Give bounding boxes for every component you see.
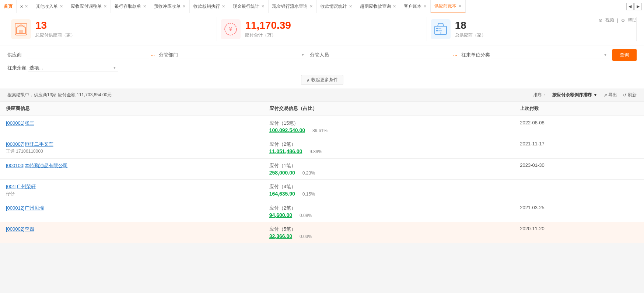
- close-icon[interactable]: ✕: [25, 4, 28, 9]
- nav-tab-home[interactable]: 首页: [0, 0, 17, 13]
- nav-tab-supplier-book[interactable]: 供应商账本 ✕: [431, 0, 466, 13]
- supplier-input[interactable]: [27, 51, 149, 59]
- payable-info-cell: 应付（15笔）100,092,540.0089.61%: [263, 116, 514, 137]
- close-icon[interactable]: ✕: [60, 4, 63, 9]
- collapse-button[interactable]: ∧ 收起更多条件: [301, 75, 343, 85]
- supplier-info-cell: [000012]广州贝瑞: [0, 201, 263, 222]
- supplier-link[interactable]: [000100]本特勤油品有限公司: [6, 163, 68, 168]
- nav-tab-cash-bank-flow[interactable]: 现金银行流水查询 ✕: [269, 0, 317, 13]
- close-icon[interactable]: ✕: [349, 4, 352, 9]
- supplier-link[interactable]: [000002]李四: [6, 226, 34, 232]
- nav-tab-overdue-ar[interactable]: 超期应收款查询 ✕: [356, 0, 400, 13]
- supplier-info-cell: [000002]李四: [0, 222, 263, 243]
- close-icon[interactable]: ✕: [261, 4, 265, 9]
- supplier-info-cell: [000007]恒旺二手叉车王通 17106110000: [0, 137, 263, 159]
- nav-tab-prepaid-ar[interactable]: 预收冲应收单 ✕: [150, 0, 190, 13]
- payable-count: 应付（4笔）: [269, 183, 508, 190]
- nav-tab-cash-bank-stat[interactable]: 现金银行统计 ✕: [229, 0, 269, 13]
- filter-bar: 供应商 ··· 分管部门 ▼ 分管人员 ··· 往来单位分类: [0, 45, 644, 89]
- balance-select[interactable]: 选项...: [28, 64, 118, 72]
- nav-tab-other-income[interactable]: 其他收入单 ✕: [32, 0, 67, 13]
- stat-payable-suppliers: 13 总应付供应商（家）: [7, 17, 217, 41]
- department-select[interactable]: [179, 51, 307, 59]
- svg-rect-6: [436, 30, 438, 31]
- nav-tab-3[interactable]: 3 ✕: [17, 0, 32, 13]
- supplier-info-cell: [000001]张三: [0, 116, 263, 137]
- category-select[interactable]: [491, 51, 609, 59]
- col-supplier-info: 供应商信息: [0, 101, 263, 116]
- nav-tab-bank-deposit[interactable]: 银行存取款单 ✕: [111, 0, 150, 13]
- table-row: [000100]本特勤油品有限公司应付（1笔）258,000.000.23%20…: [0, 159, 644, 180]
- svg-rect-5: [436, 28, 438, 29]
- video-link[interactable]: 视频: [605, 17, 614, 23]
- table-row: [000012]广州贝瑞应付（2笔）94,600.000.08%2021-03-…: [0, 201, 644, 222]
- supplier-link[interactable]: [001]广州荣轩: [6, 184, 36, 189]
- payable-amount[interactable]: 164,635.90: [269, 191, 295, 197]
- supplier-sub-info: 王通 17106110000: [6, 148, 258, 155]
- payable-count: 应付（2笔）: [269, 205, 508, 211]
- filter-manager: 分管人员 ···: [310, 51, 458, 59]
- supplier-link[interactable]: [000001]张三: [6, 120, 34, 126]
- help-icon: ⊙: [621, 18, 625, 23]
- table-row: [000001]张三应付（15笔）100,092,540.0089.61%202…: [0, 116, 644, 137]
- nav-tab-receipt-verify[interactable]: 收款核销执行 ✕: [190, 0, 229, 13]
- filter-balance: 往来余额 选项... ▼: [7, 64, 118, 72]
- supplier-link[interactable]: [000007]恒旺二手叉车: [6, 141, 53, 147]
- supplier-dots-icon[interactable]: ···: [151, 52, 155, 58]
- search-button[interactable]: 查询: [612, 49, 637, 61]
- payable-info-cell: 应付（2笔）11,051,486.009.89%: [263, 137, 514, 159]
- svg-rect-9: [440, 32, 441, 34]
- sort-value[interactable]: 按应付余额倒序排序 ▼: [552, 92, 598, 98]
- sort-label: 排序：: [533, 92, 546, 98]
- payable-amount[interactable]: 94,600.00: [269, 212, 292, 218]
- manager-dots-icon[interactable]: ···: [453, 52, 458, 58]
- balance-label: 往来余额: [7, 65, 27, 71]
- close-icon[interactable]: ✕: [143, 4, 146, 9]
- nav-scroll-arrows: ◀ ▶: [624, 3, 644, 10]
- payable-info-cell: 应付（2笔）94,600.000.08%: [263, 201, 514, 222]
- last-payment-date: 2023-01-30: [514, 159, 644, 180]
- filter-supplier: 供应商 ···: [7, 51, 155, 59]
- svg-rect-7: [438, 28, 441, 29]
- export-button[interactable]: ↗ 导出: [603, 92, 617, 98]
- payable-amount[interactable]: 100,092,540.00: [269, 127, 305, 133]
- nav-scroll-right[interactable]: ▶: [634, 3, 642, 10]
- close-icon[interactable]: ✕: [458, 4, 462, 8]
- payable-count: 应付（5笔）: [269, 226, 508, 232]
- svg-text:¥: ¥: [229, 26, 232, 32]
- close-icon[interactable]: ✕: [309, 4, 313, 9]
- nav-tab-customer-book[interactable]: 客户账本 ✕: [400, 0, 431, 13]
- manager-label: 分管人员: [310, 52, 329, 58]
- close-icon[interactable]: ✕: [393, 4, 396, 9]
- chevron-up-icon: ∧: [307, 77, 310, 83]
- stat-label-payable-suppliers: 总应付供应商（家）: [35, 32, 75, 38]
- payable-amount[interactable]: 11,051,486.00: [269, 148, 302, 154]
- nav-tab-ar-ap-adjust[interactable]: 应收应付调整单 ✕: [67, 0, 111, 13]
- close-icon[interactable]: ✕: [423, 4, 427, 9]
- filter-category: 往来单位分类 ▼: [461, 51, 609, 59]
- payable-amount[interactable]: 32,366.00: [269, 233, 292, 239]
- close-icon[interactable]: ✕: [104, 4, 107, 9]
- nav-tab-receipt-stat[interactable]: 收款情况统计 ✕: [317, 0, 356, 13]
- supplier-link[interactable]: [000012]广州贝瑞: [6, 205, 44, 211]
- payable-info-cell: 应付（5笔）32,366.000.03%: [263, 222, 514, 243]
- close-icon[interactable]: ✕: [182, 4, 186, 9]
- col-payable-info: 应付交易信息（占比）: [263, 101, 514, 116]
- last-payment-date: 2021-11-17: [514, 137, 644, 159]
- payable-pct: 89.61%: [312, 128, 328, 133]
- supplier-label: 供应商: [7, 52, 25, 58]
- svg-rect-8: [438, 30, 442, 31]
- result-bar: 搜索结果中，供应商13家 应付金额 111,703,854.00元 排序： 按应…: [0, 89, 644, 101]
- refresh-icon: ↺: [623, 93, 627, 98]
- help-link[interactable]: 帮助: [628, 17, 637, 23]
- payable-info-cell: 应付（1笔）258,000.000.23%: [263, 159, 514, 180]
- payable-pct: 9.89%: [309, 149, 322, 154]
- last-payment-date: 2022-08-08: [514, 116, 644, 137]
- payable-amount[interactable]: 258,000.00: [269, 170, 295, 176]
- export-icon: ↗: [603, 93, 607, 98]
- manager-input[interactable]: [330, 51, 452, 59]
- close-icon[interactable]: ✕: [222, 4, 225, 9]
- refresh-button[interactable]: ↺ 刷新: [623, 92, 637, 98]
- nav-scroll-left[interactable]: ◀: [626, 3, 634, 10]
- table-header-row: 供应商信息 应付交易信息（占比） 上次付数: [0, 101, 644, 116]
